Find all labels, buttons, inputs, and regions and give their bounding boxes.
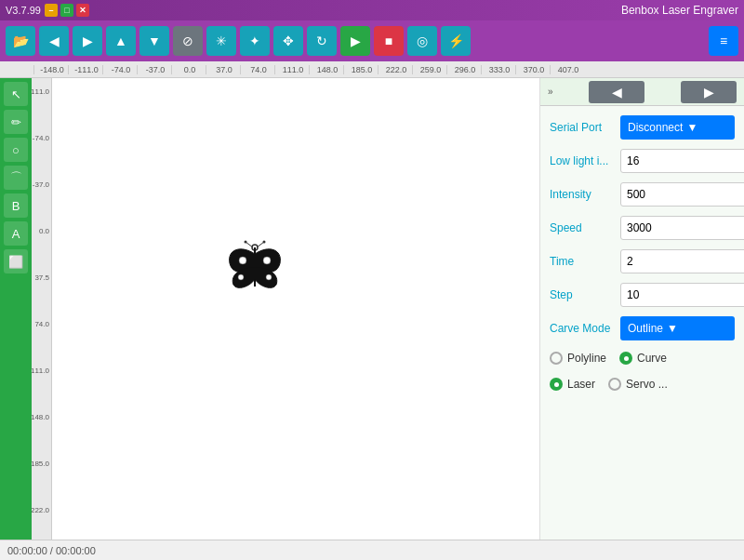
disconnect-button[interactable]: Disconnect ▼ <box>620 115 735 140</box>
minimize-button[interactable]: – <box>45 4 58 17</box>
arc-tool[interactable]: ⌒ <box>4 166 28 190</box>
ruler-mark: 111.0 <box>274 65 309 74</box>
time-input[interactable] <box>620 249 744 273</box>
laser-radio[interactable]: Laser <box>550 378 595 391</box>
text-tool[interactable]: A <box>4 221 28 246</box>
v-ruler-mark: -74.0 <box>33 134 49 142</box>
close-button[interactable]: ✕ <box>76 4 89 17</box>
v-ruler-mark: -111.0 <box>32 87 49 96</box>
ruler-mark: -148.0 <box>33 65 68 74</box>
stop-button[interactable]: ■ <box>374 26 404 56</box>
left-toolbar: ↖ ✏ ○ ⌒ B A ⬜ <box>0 78 32 540</box>
panel-back-button[interactable]: ◀ <box>589 81 644 103</box>
svg-line-6 <box>246 242 253 247</box>
carve-mode-button[interactable]: Outline ▼ <box>620 316 735 340</box>
pointer-tool[interactable]: ↖ <box>4 82 28 106</box>
ruler-marks: -148.0 -111.0 -74.0 -37.0 0.0 37.0 74.0 … <box>33 65 744 74</box>
step-row: Step <box>550 283 735 307</box>
arrow-right-button[interactable]: ▶ <box>73 26 102 56</box>
servo-radio[interactable]: Servo ... <box>608 378 668 391</box>
lightning-button[interactable]: ⚡ <box>441 26 471 56</box>
laser-radio-circle <box>550 378 563 391</box>
target-button[interactable]: ◎ <box>407 26 437 56</box>
butterfly-object[interactable] <box>222 240 287 299</box>
asterisk-button[interactable]: ✦ <box>240 26 270 56</box>
time-row: Time <box>550 249 735 273</box>
intensity-input[interactable] <box>620 182 744 207</box>
statusbar: 00:00:00 / 00:00:00 <box>0 540 744 560</box>
low-light-input[interactable] <box>620 149 744 173</box>
panel-content: Serial Port Disconnect ▼ Low light i... … <box>540 106 744 402</box>
canvas-area[interactable]: -111.0 -74.0 -37.0 0.0 37.5 74.0 111.0 1… <box>32 78 539 540</box>
low-light-row: Low light i... <box>550 149 735 173</box>
ruler-mark: 259.0 <box>412 65 446 74</box>
carve-mode-label: Carve Mode <box>550 322 615 335</box>
v-ruler-mark: 148.0 <box>32 413 49 421</box>
v-ruler-mark: 37.5 <box>34 273 49 282</box>
v-ruler-mark: 111.0 <box>32 367 49 375</box>
ruler-mark: 74.0 <box>240 65 274 74</box>
main-toolbar: 📂 ◀ ▶ ▲ ▼ ⊘ ✳ ✦ ✥ ↻ ▶ ■ ◎ ⚡ ≡ <box>0 20 744 61</box>
step-input[interactable] <box>620 283 744 307</box>
speed-row: Speed <box>550 216 735 240</box>
svg-point-2 <box>239 257 246 264</box>
rotate-button[interactable]: ↻ <box>307 26 337 56</box>
time-label: Time <box>550 255 615 268</box>
curve-radio[interactable]: Curve <box>619 352 667 365</box>
polyline-label: Polyline <box>567 352 606 365</box>
servo-label: Servo ... <box>626 378 668 391</box>
svg-point-9 <box>263 240 266 243</box>
titlebar-left: V3.7.99 – □ ✕ <box>6 4 89 17</box>
app-title: Benbox Laser Engraver <box>621 4 738 17</box>
polyline-curve-row: Polyline Curve <box>550 350 735 367</box>
arrow-down-button[interactable]: ▼ <box>140 26 169 56</box>
v-ruler-mark: 0.0 <box>39 227 49 235</box>
pencil-tool[interactable]: ✏ <box>4 110 28 134</box>
laser-label: Laser <box>567 378 595 391</box>
version-label: V3.7.99 <box>6 5 41 16</box>
ruler-mark: 296.0 <box>446 65 481 74</box>
v-ruler-mark: 185.0 <box>32 460 49 468</box>
ruler-mark: -37.0 <box>137 65 171 74</box>
speed-input[interactable] <box>620 216 744 240</box>
menu-button[interactable]: ≡ <box>709 26 738 56</box>
play-button[interactable]: ▶ <box>340 26 370 56</box>
carve-mode-row: Carve Mode Outline ▼ <box>550 316 735 340</box>
panel-expand-label: » <box>548 87 553 97</box>
v-ruler-mark: 222.0 <box>32 506 49 514</box>
serial-port-row: Serial Port Disconnect ▼ <box>550 115 735 140</box>
dropdown-arrow-icon: ▼ <box>686 121 698 134</box>
move-button[interactable]: ✥ <box>273 26 303 56</box>
folder-button[interactable]: 📂 <box>6 26 35 56</box>
svg-point-3 <box>263 257 271 264</box>
serial-port-label: Serial Port <box>550 121 615 134</box>
intensity-row: Intensity <box>550 182 735 207</box>
ruler-mark: 222.0 <box>378 65 412 74</box>
horizontal-ruler: -148.0 -111.0 -74.0 -37.0 0.0 37.0 74.0 … <box>0 61 744 78</box>
snowflake-button[interactable]: ✳ <box>206 26 236 56</box>
panel-forward-button[interactable]: ▶ <box>681 81 737 103</box>
window-controls: – □ ✕ <box>45 4 89 17</box>
vertical-ruler: -111.0 -74.0 -37.0 0.0 37.5 74.0 111.0 1… <box>32 78 52 540</box>
disconnect-label: Disconnect <box>628 121 683 134</box>
v-ruler-mark: 74.0 <box>34 320 49 328</box>
speed-label: Speed <box>550 221 615 234</box>
image-tool[interactable]: ⬜ <box>4 249 28 273</box>
svg-point-8 <box>245 240 247 243</box>
canvas-content[interactable] <box>52 78 539 540</box>
intensity-label: Intensity <box>550 188 615 201</box>
bold-tool[interactable]: B <box>4 193 28 218</box>
arrow-left-button[interactable]: ◀ <box>39 26 69 56</box>
main-area: ↖ ✏ ○ ⌒ B A ⬜ -111.0 -74.0 -37.0 0.0 37.… <box>0 78 744 540</box>
ruler-mark: 407.0 <box>550 65 584 74</box>
maximize-button[interactable]: □ <box>60 4 73 17</box>
carve-mode-value: Outline <box>628 322 663 335</box>
arrow-up-button[interactable]: ▲ <box>106 26 136 56</box>
circle-slash-button[interactable]: ⊘ <box>173 26 203 56</box>
circle-tool[interactable]: ○ <box>4 138 28 162</box>
v-ruler-mark: -37.0 <box>33 180 49 189</box>
polyline-radio[interactable]: Polyline <box>550 352 606 365</box>
ruler-mark: 370.0 <box>515 65 550 74</box>
ruler-mark: 185.0 <box>343 65 378 74</box>
servo-radio-circle <box>608 378 621 391</box>
